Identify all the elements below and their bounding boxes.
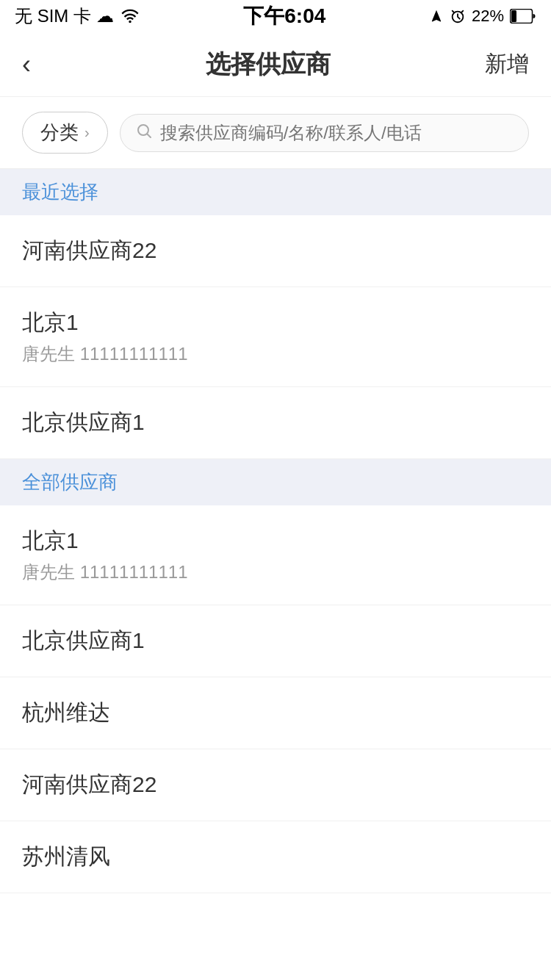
list-item[interactable]: 杭州维达: [0, 677, 551, 749]
status-time: 下午6:04: [243, 2, 325, 30]
search-box[interactable]: [120, 114, 529, 152]
recent-section-label: 最近选择: [22, 181, 98, 203]
add-button[interactable]: 新增: [470, 49, 529, 79]
list-item[interactable]: 河南供应商22: [0, 215, 551, 287]
back-button[interactable]: ‹: [22, 49, 66, 80]
alarm-icon: [450, 8, 466, 24]
category-filter-button[interactable]: 分类 ›: [22, 112, 108, 154]
nav-bar: ‹ 选择供应商 新增: [0, 32, 551, 97]
item-name: 苏州清风: [22, 842, 529, 872]
list-item[interactable]: 北京1 唐先生 11111111111: [0, 505, 551, 605]
item-sub: 唐先生 11111111111: [22, 561, 529, 584]
status-bar: 无 SIM 卡 ☁ 下午6:04 22%: [0, 0, 551, 32]
list-item[interactable]: 北京1 唐先生 11111111111: [0, 287, 551, 387]
search-input[interactable]: [160, 123, 514, 143]
chevron-right-icon: ›: [84, 124, 90, 141]
recent-section-header: 最近选择: [0, 169, 551, 215]
item-name: 杭州维达: [22, 698, 529, 728]
list-item[interactable]: 北京供应商1: [0, 387, 551, 459]
status-left: 无 SIM 卡 ☁: [15, 4, 140, 28]
item-name: 北京供应商1: [22, 408, 529, 438]
search-icon: [135, 122, 153, 144]
svg-rect-2: [511, 10, 516, 22]
battery-icon: [510, 9, 536, 24]
item-name: 河南供应商22: [22, 770, 529, 800]
list-item[interactable]: 河南供应商22: [0, 749, 551, 821]
list-item[interactable]: 北京供应商1: [0, 605, 551, 677]
item-name: 北京1: [22, 308, 529, 338]
battery-label: 22%: [472, 7, 504, 26]
recent-items-list: 河南供应商22 北京1 唐先生 11111111111 北京供应商1: [0, 215, 551, 459]
item-name: 河南供应商22: [22, 236, 529, 266]
page-title: 选择供应商: [206, 48, 331, 82]
item-name: 北京供应商1: [22, 626, 529, 656]
wifi-icon: [120, 9, 140, 24]
all-section-header: 全部供应商: [0, 459, 551, 505]
filter-bar: 分类 ›: [0, 97, 551, 169]
item-sub: 唐先生 11111111111: [22, 342, 529, 366]
list-item[interactable]: 苏州清风: [0, 821, 551, 893]
all-section-label: 全部供应商: [22, 471, 118, 493]
location-icon: [429, 9, 444, 24]
all-items-list: 北京1 唐先生 11111111111 北京供应商1 杭州维达 河南供应商22 …: [0, 505, 551, 893]
category-label: 分类: [40, 120, 79, 145]
no-sim-label: 无 SIM 卡 ☁: [15, 4, 114, 28]
item-name: 北京1: [22, 526, 529, 556]
status-right: 22%: [429, 7, 536, 26]
